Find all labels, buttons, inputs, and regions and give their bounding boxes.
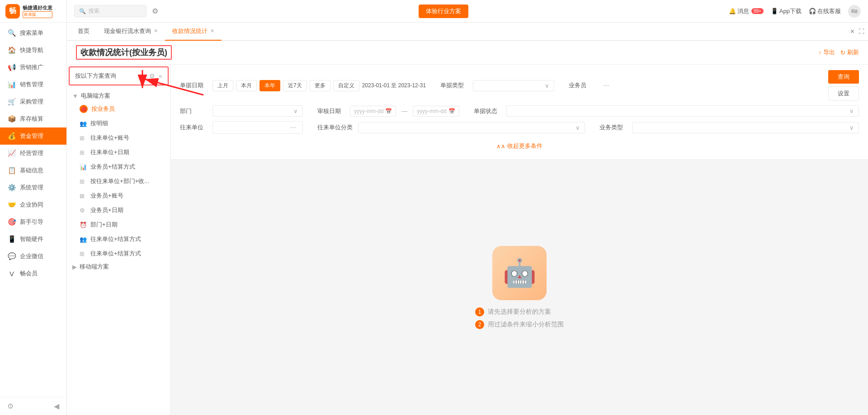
- logo-area: 畅 畅捷通好生意 标准版: [0, 0, 66, 23]
- query-button[interactable]: 查询: [828, 70, 859, 84]
- sidebar-item-enterprise[interactable]: 🤝 企业协同: [0, 196, 66, 213]
- scheme-item-salesman-settlement[interactable]: 📊 业务员+结算方式: [67, 160, 170, 174]
- close-window-icon[interactable]: ✕: [850, 28, 855, 35]
- topbar-center: 体验行业方案: [419, 5, 468, 18]
- dept-dropdown-icon: ∨: [293, 108, 298, 114]
- tab-home[interactable]: 首页: [71, 23, 97, 41]
- sidebar-footer: ⚙ ◀: [0, 397, 66, 415]
- audit-date-to[interactable]: yyyy-mm-dd 📅: [413, 106, 459, 117]
- salesman-date-icon: ⚙: [80, 207, 87, 214]
- refresh-button[interactable]: ↻ 刷新: [840, 48, 859, 57]
- scheme-group-mobile[interactable]: ▶ 移动端方案: [67, 261, 170, 273]
- online-service[interactable]: 🎧 在线客服: [809, 7, 841, 15]
- scheme-item-unit-settle2[interactable]: ⊞ 往来单位+结算方式: [67, 246, 170, 261]
- app-download[interactable]: 📱 App下载: [771, 7, 802, 15]
- collapse-sidebar-icon[interactable]: ◀: [54, 402, 59, 410]
- sidebar-item-guide[interactable]: 🎯 新手引导: [0, 213, 66, 231]
- settings-footer-icon[interactable]: ⚙: [7, 402, 14, 410]
- search-icon: 🔍: [7, 29, 16, 37]
- expand-mobile-arrow-icon: ▶: [72, 264, 77, 270]
- partner-more-icon[interactable]: ···: [288, 123, 298, 132]
- topbar: 🔍 搜索 ⚙ 体验行业方案 🔔 消息 99+ 📱 App下载 🎧 在线客服: [67, 0, 868, 23]
- close-receipts-tab-icon[interactable]: ✕: [210, 28, 214, 34]
- scheme-item-salesman-date[interactable]: ⚙ 业务员+日期: [67, 203, 170, 217]
- guide-icon: 🎯: [7, 218, 16, 226]
- scheme-item-by-detail[interactable]: 👥 按明细: [67, 116, 170, 131]
- dept-selector[interactable]: ∨: [212, 105, 303, 117]
- unit-settle1-icon: 👥: [80, 236, 87, 243]
- biz-type-dropdown-icon: ∨: [849, 124, 854, 131]
- scheme-item-unit-account[interactable]: ⊞ 往来单位+账号: [67, 131, 170, 145]
- tab-bank[interactable]: 现金银行流水查询 ✕: [97, 23, 165, 41]
- date-btn-this-month[interactable]: 本月: [236, 80, 257, 91]
- topbar-left: 🔍 搜索 ⚙: [74, 5, 158, 17]
- unit-settle2-icon: ⊞: [80, 250, 87, 257]
- page-header: 收款情况统计(按业务员) ↑ 导出 ↻ 刷新: [67, 41, 868, 65]
- partner-selector[interactable]: ···: [212, 121, 303, 134]
- sidebar-item-search[interactable]: 🔍 搜索菜单: [0, 24, 66, 42]
- tab-receipts[interactable]: 收款情况统计 ✕: [165, 23, 222, 41]
- member-icon: V: [7, 270, 16, 278]
- messages-area[interactable]: 🔔 消息 99+: [729, 7, 764, 15]
- body-area: 按以下方案查询 + ⚙ « ▼ 电脑端方案 🔴 按业务员: [67, 65, 868, 415]
- tabs-window-actions: ✕ ⛶: [850, 28, 864, 35]
- sidebar-item-quicknav[interactable]: 🏠 快捷导航: [0, 42, 66, 59]
- salesman-settlement-icon: 📊: [80, 164, 87, 170]
- trial-industry-button[interactable]: 体验行业方案: [419, 5, 468, 18]
- sidebar-item-finance[interactable]: 💰 资金管理: [0, 127, 66, 145]
- gear-icon[interactable]: ⚙: [152, 7, 158, 15]
- scheme-group-pc[interactable]: ▼ 电脑端方案: [67, 90, 170, 102]
- salesman-label: 业务员: [569, 81, 596, 90]
- collapse-filter-bar[interactable]: ∧∧ 收起更多条件: [180, 138, 859, 154]
- sidebar-item-system[interactable]: ⚙️ 系统管理: [0, 179, 66, 196]
- date-btn-last-month[interactable]: 上月: [212, 80, 233, 91]
- sidebar-item-wechat[interactable]: 💬 企业微信: [0, 248, 66, 265]
- date-btn-custom[interactable]: 自定义: [333, 80, 359, 91]
- scheme-item-salesman-account[interactable]: ⊠ 业务员+账号: [67, 189, 170, 203]
- add-scheme-icon[interactable]: +: [142, 72, 146, 80]
- sidebar-item-operation[interactable]: 📈 经营管理: [0, 145, 66, 162]
- service-icon: 🎧: [809, 8, 816, 14]
- finance-icon: 💰: [7, 132, 16, 140]
- sidebar-item-hardware[interactable]: 📱 智能硬件: [0, 231, 66, 248]
- doc-type-selector[interactable]: ∨: [473, 80, 554, 91]
- sidebar-item-marketing[interactable]: 📢 营销推广: [0, 59, 66, 76]
- export-button[interactable]: ↑ 导出: [819, 48, 835, 57]
- doc-status-selector[interactable]: ∨: [506, 105, 859, 117]
- fullscreen-icon[interactable]: ⛶: [859, 28, 864, 35]
- scheme-item-unit-date[interactable]: ⊞ 往来单位+日期: [67, 145, 170, 160]
- scheme-item-dept-date[interactable]: ⏰ 部门+日期: [67, 217, 170, 232]
- sidebar-item-purchase[interactable]: 🛒 采购管理: [0, 93, 66, 110]
- purchase-icon: 🛒: [7, 98, 16, 106]
- sidebar-item-sales[interactable]: 📊 销售管理: [0, 76, 66, 93]
- search-box[interactable]: 🔍 搜索: [74, 5, 146, 17]
- page-content: 收款情况统计(按业务员) ↑ 导出 ↻ 刷新 按以下方案查询 + ⚙: [67, 41, 868, 415]
- doc-status-label: 单据状态: [474, 107, 501, 115]
- partner-type-selector[interactable]: ∨: [358, 122, 585, 133]
- salesman-more-icon[interactable]: ···: [601, 81, 611, 90]
- scheme-item-by-salesman[interactable]: 🔴 按业务员: [67, 102, 170, 116]
- detail-icon: 👥: [80, 120, 87, 127]
- settings-button[interactable]: 设置: [828, 86, 859, 101]
- user-avatar[interactable]: Rit: [848, 5, 861, 18]
- partner-type-dropdown-icon: ∨: [576, 124, 580, 131]
- date-filter: 上月 本月 本年 近7天 更多 自定义 2023-01-01 至 2023-12…: [212, 80, 426, 91]
- scheme-list: ▼ 电脑端方案 🔴 按业务员 👥 按明细 ⊞ 往来单位+账号: [67, 87, 170, 275]
- sidebar-item-inventory[interactable]: 📦 库存核算: [0, 110, 66, 127]
- collapse-panel-icon[interactable]: «: [159, 72, 162, 80]
- audit-date-from[interactable]: yyyy-mm-dd 📅: [350, 106, 396, 117]
- close-bank-tab-icon[interactable]: ✕: [154, 28, 158, 34]
- left-panel: 按以下方案查询 + ⚙ « ▼ 电脑端方案 🔴 按业务员: [67, 65, 171, 415]
- date-btn-more[interactable]: 更多: [310, 80, 330, 91]
- scheme-item-unit-dept-recv[interactable]: ⊞ 按往来单位+部门+收...: [67, 174, 170, 189]
- sidebar-item-member[interactable]: V 畅会员: [0, 265, 66, 282]
- date-btn-this-year[interactable]: 本年: [259, 80, 280, 91]
- scheme-settings-icon[interactable]: ⚙: [149, 72, 155, 80]
- biz-type-selector[interactable]: ∨: [632, 122, 859, 133]
- inventory-icon: 📦: [7, 115, 16, 123]
- date-btn-7days[interactable]: 近7天: [283, 80, 307, 91]
- sidebar-item-basic[interactable]: 📋 基础信息: [0, 162, 66, 179]
- scheme-item-unit-settle1[interactable]: 👥 往来单位+结算方式: [67, 232, 170, 246]
- sidebar-nav: 🔍 搜索菜单 🏠 快捷导航 📢 营销推广 📊 销售管理 🛒 采购管理 📦 库存核…: [0, 23, 66, 397]
- empty-state-area: 🤖 1 请先选择要分析的方案 2 用过滤条件来缩小分析范围: [171, 160, 868, 415]
